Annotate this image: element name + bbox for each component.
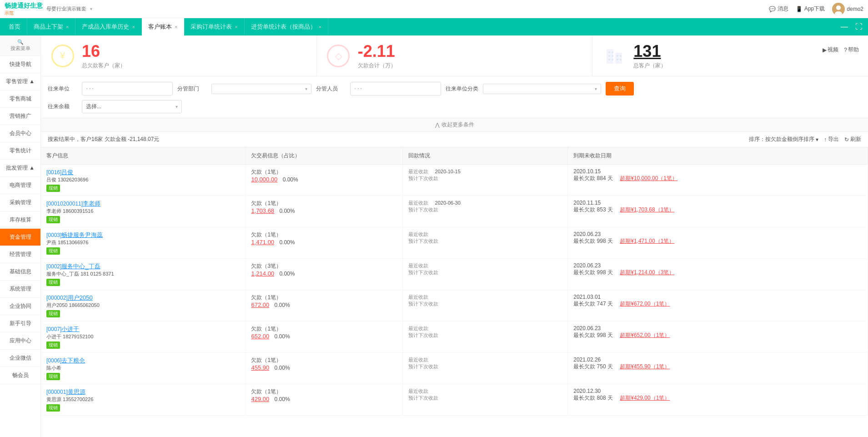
overdue-amount-link[interactable]: 超期¥10,000.00（1笔）: [620, 175, 677, 181]
customer-name-link[interactable]: 黄思源: [68, 388, 85, 395]
overdue-amount-link[interactable]: 超期¥455.90（1笔）: [620, 363, 670, 370]
tab-customer-account[interactable]: 客户账本 ×: [142, 18, 184, 35]
debt-amount-link[interactable]: 1,214.00: [251, 270, 274, 277]
sidebar-item-wholesale-mgmt[interactable]: 批发管理 ▲: [0, 160, 40, 177]
tab-goods-stats-label: 进货单统计表（按商品）: [251, 23, 316, 31]
message-action[interactable]: 💬 消息: [769, 5, 788, 13]
summary-info-total: 131 总客户（家）: [633, 42, 666, 70]
sidebar-search[interactable]: 🔍 搜索菜单: [0, 35, 40, 56]
sidebar-item-retail-mgmt[interactable]: 零售管理 ▲: [0, 73, 40, 90]
query-button[interactable]: 查询: [606, 82, 634, 95]
debt-amount-link[interactable]: 652.00: [251, 333, 269, 340]
sidebar-item-finance[interactable]: 资金管理: [0, 229, 40, 246]
collapse-button[interactable]: ⋀ 收起更多条件: [41, 118, 868, 131]
sidebar-item-marketing[interactable]: 营销推广: [0, 108, 40, 125]
user-action[interactable]: demo2: [832, 3, 863, 15]
overdue-amount-link[interactable]: 超期¥1,703.68（1笔）: [620, 206, 674, 213]
tab-inventory-label: 产成品入库单历史: [82, 23, 129, 31]
tab-purchase-close-icon[interactable]: ×: [235, 24, 237, 30]
customer-id: [0016]: [46, 169, 61, 176]
customer-info-cell: [0006]去下粮仓 陈小希 现销: [41, 353, 246, 384]
overdue-amount-link[interactable]: 超期¥429.00（1笔）: [620, 395, 670, 401]
debt-amount-link[interactable]: 429.00: [251, 396, 269, 402]
help-action[interactable]: ?帮助: [844, 46, 859, 54]
sidebar-app-center-label: 应用中心: [10, 337, 31, 344]
refresh-action[interactable]: ↻ 刷新: [844, 136, 861, 143]
overdue-amount-link[interactable]: 超期¥672.00（1笔）: [620, 301, 670, 307]
overdue-days: 最长欠款 998 天: [573, 332, 618, 338]
sidebar-item-operations[interactable]: 经营管理: [0, 246, 40, 263]
filter-select-category[interactable]: ▾: [483, 84, 601, 94]
collapse-up-icon: ⋀: [435, 122, 440, 128]
sidebar-item-enterprise[interactable]: 企业协同: [0, 298, 40, 315]
tab-purchase-stats[interactable]: 采购订单统计表 ×: [184, 18, 244, 35]
svg-rect-8: [612, 55, 613, 57]
sort-action[interactable]: 排序：按欠款金额倒序排序 ▾: [749, 136, 818, 143]
customer-name-link[interactable]: 畅捷服务尹海蕊: [61, 231, 103, 238]
overdue-amount-link[interactable]: 超期¥652.00（1笔）: [620, 332, 670, 338]
sidebar-item-system[interactable]: 系统管理: [0, 281, 40, 298]
debt-info-cell: 欠款（1笔） 429.00 0.00%: [246, 384, 403, 416]
sidebar-item-retail-stats[interactable]: 零售统计: [0, 142, 40, 160]
debt-count: 欠款（1笔）: [251, 231, 397, 239]
filter-select-balance[interactable]: 选择... ▾: [82, 100, 182, 113]
tab-customer-close-icon[interactable]: ×: [175, 24, 177, 30]
table-row: [0007]小进干 小进干 18279152100 现销 欠款（1笔） 652.…: [41, 321, 868, 353]
sidebar-item-wechat[interactable]: 企业微信: [0, 350, 40, 367]
tab-goods-close-icon[interactable]: ×: [319, 24, 321, 30]
app-download-action[interactable]: 📱 App下载: [796, 5, 825, 13]
tab-goods-stats[interactable]: 进货单统计表（按商品） ×: [245, 18, 328, 35]
svg-rect-10: [612, 59, 613, 60]
tab-products-close-icon[interactable]: ×: [66, 24, 69, 30]
debt-amount-link[interactable]: 455.90: [251, 364, 269, 371]
sidebar-purchase-label: 采购管理: [10, 199, 31, 206]
customers-icon: ¥: [50, 43, 75, 68]
overdue-days: 最长欠款 998 天: [573, 269, 618, 276]
sidebar-item-new-guide[interactable]: 新手引导: [0, 315, 40, 332]
tab-inventory-close-icon[interactable]: ×: [132, 24, 135, 30]
filter-select-dept[interactable]: ▾: [211, 84, 311, 94]
sidebar-item-purchase[interactable]: 采购管理: [0, 194, 40, 211]
customer-phone: 黄思源 13552700226: [46, 396, 240, 403]
customer-name-link[interactable]: 吕俊: [61, 169, 73, 176]
debt-amount-link[interactable]: 10,000.00: [251, 176, 277, 183]
debt-amount-link[interactable]: 1,471.00: [251, 239, 274, 246]
filter-input-unit[interactable]: ···: [82, 82, 173, 95]
tab-minimize-icon[interactable]: —: [839, 23, 850, 31]
sidebar-item-vip[interactable]: 畅会员: [0, 367, 40, 384]
sidebar-item-member-center[interactable]: 会员中心: [0, 125, 40, 142]
tab-inventory[interactable]: 产成品入库单历史 ×: [75, 18, 141, 35]
last-pay-label: 最近收款: [408, 357, 428, 362]
sidebar-item-basic-info[interactable]: 基础信息: [0, 263, 40, 281]
tab-home[interactable]: 首页: [2, 18, 27, 35]
table-row: [0003]畅捷服务尹海蕊 尹燕 18513066976 现销 欠款（1笔） 1…: [41, 227, 868, 259]
debt-amount-link[interactable]: 672.00: [251, 301, 269, 308]
customer-id: [0007]: [46, 326, 61, 332]
overdue-amount-link[interactable]: 超期¥1,471.00（1笔）: [620, 238, 674, 244]
overdue-amount-link[interactable]: 超期¥1,214.00（3笔）: [620, 269, 674, 276]
sidebar-item-retail-mall[interactable]: 零售商城: [0, 90, 40, 108]
tab-purchase-stats-label: 采购订单统计表: [191, 23, 232, 31]
balance-select-value: 选择...: [86, 103, 101, 111]
filter-row-2: 往来余额 选择... ▾: [48, 100, 861, 113]
tab-products[interactable]: 商品上下架 ×: [27, 18, 75, 35]
customer-name-link[interactable]: 李老师: [83, 200, 100, 207]
video-action[interactable]: ▶视频: [823, 46, 838, 54]
brand-chevron-icon: ▾: [90, 6, 92, 11]
sidebar-item-ecommerce[interactable]: 电商管理: [0, 177, 40, 194]
sidebar-retail-stats-label: 零售统计: [10, 147, 31, 154]
sidebar-item-inventory[interactable]: 库存核算: [0, 211, 40, 229]
sidebar-item-app-center[interactable]: 应用中心: [0, 332, 40, 350]
customer-name-link[interactable]: 用户2050: [68, 294, 93, 301]
customer-name-link[interactable]: 服务中心_丁磊: [61, 263, 100, 270]
customer-name-link[interactable]: 小进干: [61, 326, 79, 332]
refresh-label: 刷新: [850, 136, 861, 143]
debt-amount-link[interactable]: 1,703.68: [251, 207, 274, 214]
tab-maximize-icon[interactable]: ⛶: [853, 23, 864, 31]
svg-rect-9: [608, 59, 610, 60]
export-action[interactable]: ↑ 导出: [824, 136, 839, 143]
customer-name-link[interactable]: 去下粮仓: [61, 357, 85, 364]
collapse-label: 收起更多条件: [442, 121, 474, 129]
overdue-row: 最长欠款 750 天 超期¥455.90（1笔）: [573, 363, 862, 371]
filter-input-person[interactable]: ···: [350, 82, 441, 95]
